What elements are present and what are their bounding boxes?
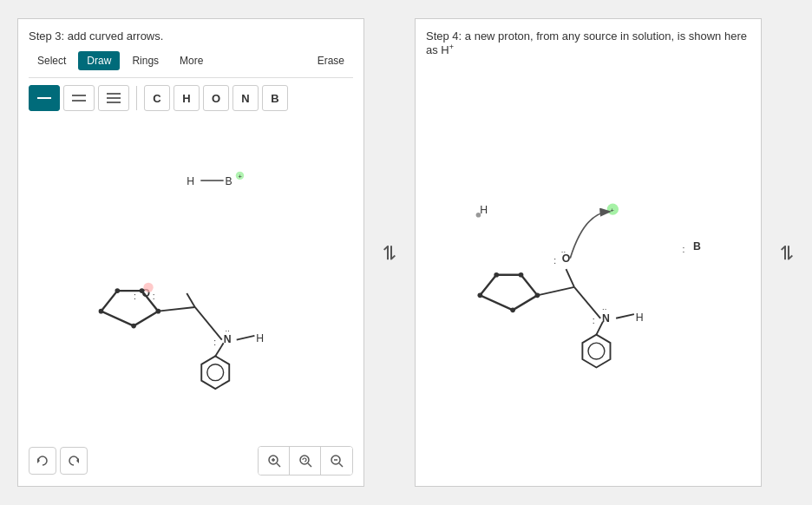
step4-molecule-svg: H + : B : O .. xyxy=(432,123,744,418)
svg-line-63 xyxy=(616,314,634,318)
single-bond-icon xyxy=(36,91,53,105)
svg-point-12 xyxy=(99,309,104,314)
oxygen-button[interactable]: O xyxy=(203,85,229,111)
svg-text::: : xyxy=(683,245,685,254)
redo-icon xyxy=(67,454,81,468)
svg-text:..: .. xyxy=(226,324,230,333)
svg-line-42 xyxy=(339,463,343,467)
zoom-out-icon xyxy=(329,453,344,469)
svg-point-29 xyxy=(207,364,224,381)
svg-line-37 xyxy=(277,463,280,467)
svg-text:B: B xyxy=(693,240,701,252)
svg-text:+: + xyxy=(239,173,243,180)
svg-text::: : xyxy=(553,256,556,266)
svg-point-38 xyxy=(300,456,309,464)
carbon-button[interactable]: C xyxy=(144,85,170,111)
toolbar: Select Draw Rings More Erase xyxy=(29,51,353,78)
step3-molecule-svg: H B + : O : xyxy=(43,140,338,417)
svg-point-67 xyxy=(588,343,605,359)
svg-line-65 xyxy=(574,287,600,318)
draw-tools-bar: C H O N B xyxy=(29,85,353,111)
svg-marker-66 xyxy=(582,334,610,367)
more-button[interactable]: More xyxy=(171,51,212,70)
svg-text:..: .. xyxy=(602,302,606,312)
draw-button[interactable]: Draw xyxy=(78,51,120,70)
svg-text:+: + xyxy=(611,207,615,214)
rings-button[interactable]: Rings xyxy=(123,51,167,70)
svg-text:..: .. xyxy=(561,245,566,254)
svg-line-30 xyxy=(215,343,223,356)
zoom-in-button[interactable] xyxy=(259,447,290,475)
select-button[interactable]: Select xyxy=(29,51,75,70)
svg-point-44 xyxy=(476,213,481,218)
svg-point-16 xyxy=(131,324,136,329)
svg-line-27 xyxy=(195,307,222,340)
triple-bond-button[interactable] xyxy=(98,85,129,111)
zoom-out-button[interactable] xyxy=(321,447,352,475)
redo-button[interactable] xyxy=(60,447,88,475)
svg-point-13 xyxy=(115,288,120,293)
svg-line-58 xyxy=(537,287,574,295)
svg-text:B: B xyxy=(226,175,232,187)
svg-text:H: H xyxy=(636,311,644,323)
svg-marker-28 xyxy=(201,356,229,389)
hydrogen-button[interactable]: H xyxy=(174,85,200,111)
step3-title: Step 3: add curved arrows. xyxy=(29,30,353,43)
svg-line-25 xyxy=(237,336,255,340)
tools-separator xyxy=(136,86,137,110)
bottom-controls xyxy=(29,439,353,475)
molecule-canvas[interactable]: H B + : O : xyxy=(29,118,353,439)
zoom-reset-button[interactable] xyxy=(290,447,321,475)
equilibrium-arrow-2: ⇌ xyxy=(776,245,798,260)
double-bond-icon xyxy=(70,91,88,105)
svg-line-39 xyxy=(308,463,311,467)
svg-point-53 xyxy=(478,292,483,298)
step4-molecule-canvas: H + : B : O .. xyxy=(426,65,750,475)
zoom-reset-icon xyxy=(298,453,313,469)
undo-icon xyxy=(36,454,49,468)
svg-text:H: H xyxy=(187,175,194,187)
svg-text::: : xyxy=(153,292,155,301)
svg-text::: : xyxy=(213,338,216,347)
equilibrium-arrow-1: ⇌ xyxy=(378,245,401,260)
svg-text::: : xyxy=(593,316,595,325)
svg-line-22 xyxy=(187,293,194,307)
svg-point-55 xyxy=(519,272,524,278)
step3-panel: Step 3: add curved arrows. Select Draw R… xyxy=(17,18,364,487)
single-bond-button[interactable] xyxy=(29,85,60,111)
svg-text:N: N xyxy=(224,333,232,345)
svg-text::: : xyxy=(134,292,136,301)
svg-line-59 xyxy=(566,269,574,287)
svg-line-17 xyxy=(158,307,194,312)
svg-point-21 xyxy=(143,283,153,292)
svg-text:H: H xyxy=(256,332,264,344)
boron-button[interactable]: B xyxy=(262,85,288,111)
svg-marker-52 xyxy=(480,274,537,310)
nitrogen-button[interactable]: N xyxy=(232,85,259,111)
triple-bond-icon xyxy=(105,91,122,105)
step4-panel: Step 4: a new proton, from any source in… xyxy=(415,18,762,487)
svg-text:H: H xyxy=(480,204,488,216)
double-bond-button[interactable] xyxy=(63,85,95,111)
undo-redo-group xyxy=(29,447,88,475)
step4-title: Step 4: a new proton, from any source in… xyxy=(426,30,750,56)
svg-line-68 xyxy=(596,321,603,334)
zoom-in-icon xyxy=(266,453,282,469)
zoom-controls xyxy=(258,446,353,475)
svg-point-54 xyxy=(494,272,499,278)
svg-point-57 xyxy=(510,307,515,312)
undo-button[interactable] xyxy=(29,447,56,475)
erase-button[interactable]: Erase xyxy=(309,51,353,70)
